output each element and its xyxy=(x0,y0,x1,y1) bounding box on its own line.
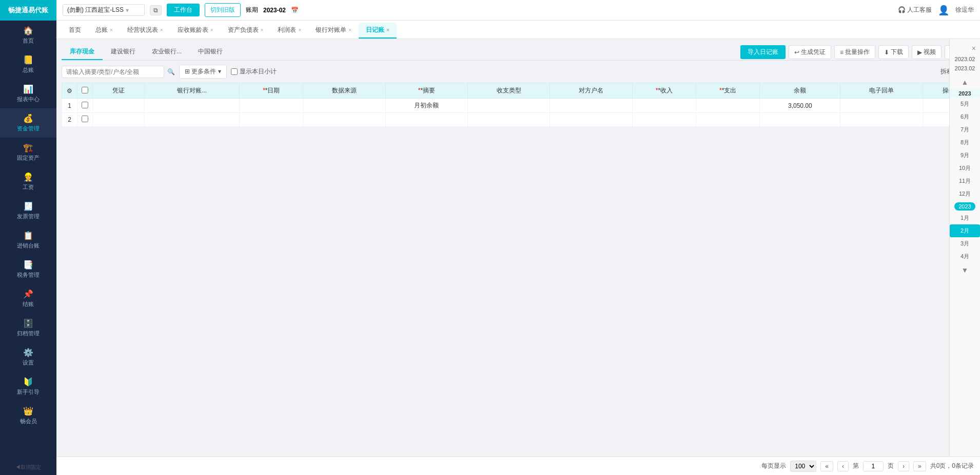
sidebar-item-archive[interactable]: 🗄️ 归档管理 xyxy=(0,313,56,343)
calendar-period-1: 2023.02 xyxy=(955,54,975,64)
cal-month-6[interactable]: 6月 xyxy=(950,110,980,123)
sidebar-item-ledger[interactable]: 📒 总账 xyxy=(0,50,56,79)
tab-business-label: 经营状况表 xyxy=(127,26,158,34)
archive-icon: 🗄️ xyxy=(23,318,33,328)
row-check-1[interactable] xyxy=(77,99,93,113)
copy-button[interactable]: ⧉ xyxy=(150,5,162,15)
row-counterparty-2 xyxy=(550,113,632,127)
tab-receivable-close[interactable]: × xyxy=(210,27,213,33)
more-filter-btn[interactable]: ⊞ 更多条件 ▾ xyxy=(179,65,227,79)
workbench-button[interactable]: 工作台 xyxy=(167,4,200,16)
company-select[interactable]: (勿删) 江西超宝-LSS ▾ xyxy=(63,4,145,16)
row-checkbox-2[interactable] xyxy=(82,116,88,122)
sidebar-item-tax[interactable]: 📑 税务管理 xyxy=(0,255,56,284)
tab-journal-label: 日记账 xyxy=(366,26,384,34)
tab-bank[interactable]: 银行对账单 × xyxy=(308,23,359,39)
row-date-2 xyxy=(240,113,303,127)
sidebar-item-home[interactable]: 🏠 首页 xyxy=(0,21,56,50)
cal-month-10[interactable]: 10月 xyxy=(950,162,980,175)
row-check-2[interactable] xyxy=(77,113,93,127)
generate-icon: ↩ xyxy=(794,49,799,56)
cal-month-4[interactable]: 4月 xyxy=(950,250,980,263)
sub-tab-abc[interactable]: 农业银行... xyxy=(144,44,190,60)
download-btn[interactable]: ⬇ 下载 xyxy=(878,45,909,59)
tab-bank-close[interactable]: × xyxy=(348,27,351,33)
tab-business-close[interactable]: × xyxy=(160,27,163,33)
support-label[interactable]: 🎧 人工客服 xyxy=(898,6,932,14)
cal-month-1[interactable]: 1月 xyxy=(950,212,980,224)
search-input[interactable] xyxy=(62,66,164,78)
sub-tab-boc[interactable]: 中国银行 xyxy=(190,44,231,60)
sidebar-item-vip[interactable]: 👑 畅会员 xyxy=(0,401,56,430)
close-books-icon: 📌 xyxy=(23,289,33,299)
sidebar-item-salary[interactable]: 👷 工资 xyxy=(0,167,56,196)
calendar-close-btn[interactable]: × xyxy=(970,42,978,54)
col-settings[interactable]: ⚙ xyxy=(62,83,77,99)
tab-profit-close[interactable]: × xyxy=(298,27,301,33)
tab-ledger-close[interactable]: × xyxy=(110,27,113,33)
tab-balance[interactable]: 资产负债表 × xyxy=(221,23,271,39)
cal-month-12[interactable]: 12月 xyxy=(950,187,980,200)
cal-month-8[interactable]: 8月 xyxy=(950,136,980,149)
col-check[interactable] xyxy=(77,83,93,99)
tab-receivable[interactable]: 应收账龄表 × xyxy=(170,23,221,39)
cal-month-5[interactable]: 5月 xyxy=(950,98,980,110)
page-input[interactable] xyxy=(863,461,884,471)
import-journal-btn[interactable]: 导入日记账 xyxy=(740,45,786,59)
show-daily-label[interactable]: 显示本日小计 xyxy=(231,67,277,76)
sidebar-item-invoice[interactable]: 🧾 发票管理 xyxy=(0,196,56,225)
sidebar-item-settings[interactable]: ⚙️ 设置 xyxy=(0,343,56,372)
tab-business[interactable]: 经营状况表 × xyxy=(120,23,170,39)
tab-ledger[interactable]: 总账 × xyxy=(88,23,120,39)
calendar-panel: × 2023.02 2023.02 ▲ 2023 5月 6月 7月 8月 9月 … xyxy=(949,39,980,457)
generate-voucher-btn[interactable]: ↩ 生成凭证 xyxy=(789,45,831,59)
cal-month-9[interactable]: 9月 xyxy=(950,149,980,162)
company-name: (勿删) 江西超宝-LSS xyxy=(67,6,124,14)
sidebar-item-guide[interactable]: 🔰 新手引导 xyxy=(0,372,56,401)
cal-month-7[interactable]: 7月 xyxy=(950,123,980,136)
last-page-btn[interactable]: » xyxy=(913,461,926,471)
row-date-1 xyxy=(240,99,303,113)
calendar-nav-down[interactable]: ▼ xyxy=(961,265,970,275)
switch-version-button[interactable]: 切到旧版 xyxy=(205,3,241,17)
video-btn[interactable]: ▶ 视频 xyxy=(912,45,942,59)
cal-month-2-active[interactable]: 2月 xyxy=(950,224,980,237)
calendar-nav-up[interactable]: ▲ xyxy=(961,77,970,87)
per-page-select[interactable]: 100 xyxy=(790,461,816,472)
sub-tab-cash[interactable]: 库存现金 xyxy=(62,44,103,60)
prev-page-btn[interactable]: ‹ xyxy=(837,461,849,471)
next-page-btn[interactable]: › xyxy=(898,461,909,471)
select-all-checkbox[interactable] xyxy=(82,87,88,93)
sidebar-item-assets[interactable]: 🏗️ 固定资产 xyxy=(0,138,56,167)
sidebar-item-finance[interactable]: 💰 资金管理 xyxy=(0,108,56,138)
batch-operation-btn[interactable]: ≡ 批量操作 xyxy=(834,45,875,59)
sub-tabs: 库存现金 建设银行 农业银行... 中国银行 导入日记账 ↩ 生成凭证 ≡ 批量… xyxy=(62,44,975,61)
row-checkbox-1[interactable] xyxy=(82,102,88,108)
calendar-icon[interactable]: 📅 xyxy=(291,7,299,14)
tab-journal-close[interactable]: × xyxy=(386,27,389,33)
cal-month-11[interactable]: 11月 xyxy=(950,175,980,187)
tab-journal[interactable]: 日记账 × xyxy=(359,23,397,39)
sidebar-item-close[interactable]: 📌 结账 xyxy=(0,284,56,313)
first-page-btn[interactable]: « xyxy=(820,461,833,471)
sidebar-item-reports[interactable]: 📊 报表中心 xyxy=(0,79,56,108)
sidebar-toggle[interactable]: ◀取消固定 xyxy=(0,460,56,475)
page-content: 库存现金 建设银行 农业银行... 中国银行 导入日记账 ↩ 生成凭证 ≡ 批量… xyxy=(56,39,980,457)
sidebar-item-purchase[interactable]: 📋 进销台账 xyxy=(0,225,56,255)
total-records: 共0页，0条记录 xyxy=(930,462,974,470)
home-icon: 🏠 xyxy=(23,26,33,35)
content-area: 库存现金 建设银行 农业银行... 中国银行 导入日记账 ↩ 生成凭证 ≡ 批量… xyxy=(56,39,980,457)
tab-home[interactable]: 首页 xyxy=(62,23,88,39)
tab-profit[interactable]: 利润表 × xyxy=(270,23,308,39)
show-daily-checkbox[interactable] xyxy=(231,68,238,75)
main-panel: (勿删) 江西超宝-LSS ▾ ⧉ 工作台 切到旧版 账期 2023-02 📅 … xyxy=(56,0,980,475)
sub-tab-ccb[interactable]: 建设银行 xyxy=(103,44,144,60)
search-icon[interactable]: 🔍 xyxy=(167,68,175,75)
cal-month-3[interactable]: 3月 xyxy=(950,237,980,250)
sidebar-label-finance: 资金管理 xyxy=(17,125,40,132)
user-name[interactable]: 徐逗华 xyxy=(955,6,974,14)
tab-balance-close[interactable]: × xyxy=(261,27,264,33)
period-prefix: 账期 xyxy=(246,6,258,14)
table-row: 2 xyxy=(62,113,975,127)
sidebar-label-salary: 工资 xyxy=(23,183,34,191)
